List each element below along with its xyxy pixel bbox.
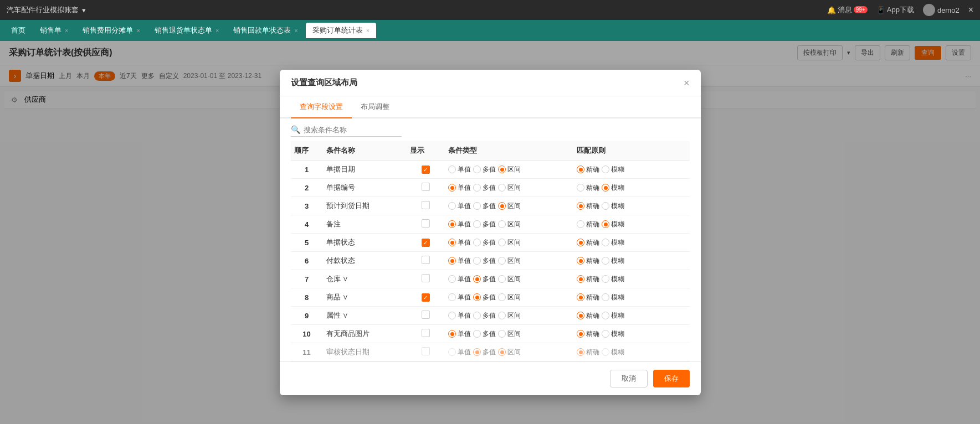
radio-button[interactable] — [448, 275, 456, 283]
radio-option-match_exact[interactable]: 精确 — [577, 348, 599, 357]
window-close-button[interactable]: × — [968, 5, 973, 15]
radio-option-type_single[interactable]: 单值 — [448, 275, 471, 284]
checkbox[interactable] — [422, 239, 430, 247]
row-display-checkbox[interactable] — [407, 234, 445, 252]
radio-button[interactable] — [577, 166, 584, 173]
row-display-checkbox[interactable] — [407, 343, 445, 361]
radio-option-match_exact[interactable]: 精确 — [577, 256, 599, 266]
radio-option-match_fuzzy[interactable]: 模糊 — [602, 348, 624, 357]
tab-purchase-stats-close[interactable]: × — [366, 27, 370, 34]
radio-option-type_multi[interactable]: 多值 — [473, 329, 496, 339]
radio-button[interactable] — [473, 348, 481, 356]
radio-option-match_exact[interactable]: 精确 — [577, 329, 599, 339]
tab-sales-payment[interactable]: 销售回款单状态表 × — [227, 23, 304, 38]
radio-option-type_single[interactable]: 单值 — [448, 201, 471, 211]
radio-option-match_fuzzy[interactable]: 模糊 — [602, 293, 624, 302]
radio-button[interactable] — [498, 220, 506, 228]
radio-button[interactable] — [577, 312, 584, 319]
radio-button[interactable] — [577, 257, 584, 265]
radio-option-type_range[interactable]: 区间 — [498, 329, 521, 339]
radio-option-type_range[interactable]: 区间 — [498, 293, 521, 302]
radio-option-type_range[interactable]: 区间 — [498, 183, 521, 193]
radio-option-type_multi[interactable]: 多值 — [473, 293, 496, 302]
radio-option-match_exact[interactable]: 精确 — [577, 275, 599, 284]
radio-button[interactable] — [577, 184, 584, 192]
radio-option-type_single[interactable]: 单值 — [448, 238, 471, 247]
row-display-checkbox[interactable] — [407, 288, 445, 307]
row-display-checkbox[interactable] — [407, 161, 445, 179]
radio-button[interactable] — [473, 275, 481, 283]
checkbox[interactable] — [422, 183, 430, 191]
radio-button[interactable] — [448, 348, 456, 356]
radio-button[interactable] — [498, 257, 506, 265]
radio-option-type_range[interactable]: 区间 — [498, 165, 521, 174]
row-display-checkbox[interactable] — [407, 215, 445, 234]
radio-option-type_range[interactable]: 区间 — [498, 220, 521, 229]
radio-button[interactable] — [498, 330, 506, 338]
radio-button[interactable] — [498, 202, 506, 210]
radio-option-type_range[interactable]: 区间 — [498, 311, 521, 320]
radio-button[interactable] — [473, 202, 481, 210]
checkbox[interactable] — [422, 347, 430, 355]
radio-option-type_multi[interactable]: 多值 — [473, 220, 496, 229]
radio-button[interactable] — [448, 239, 456, 246]
radio-button[interactable] — [577, 220, 584, 228]
radio-button[interactable] — [448, 166, 456, 173]
radio-button[interactable] — [602, 239, 609, 246]
radio-option-match_fuzzy[interactable]: 模糊 — [602, 256, 624, 266]
tab-purchase-stats[interactable]: 采购订单统计表 × — [306, 23, 376, 38]
row-display-checkbox[interactable] — [407, 179, 445, 197]
radio-option-match_fuzzy[interactable]: 模糊 — [602, 220, 624, 229]
radio-button[interactable] — [498, 312, 506, 319]
checkbox[interactable] — [422, 166, 430, 174]
radio-option-match_fuzzy[interactable]: 模糊 — [602, 238, 624, 247]
radio-button[interactable] — [498, 239, 506, 246]
radio-option-match_exact[interactable]: 精确 — [577, 220, 599, 229]
radio-option-match_fuzzy[interactable]: 模糊 — [602, 165, 624, 174]
radio-option-match_fuzzy[interactable]: 模糊 — [602, 329, 624, 339]
search-input[interactable] — [304, 126, 392, 134]
radio-button[interactable] — [448, 293, 456, 301]
radio-button[interactable] — [602, 312, 609, 319]
radio-button[interactable] — [602, 202, 609, 210]
checkbox[interactable] — [422, 329, 430, 337]
radio-option-match_fuzzy[interactable]: 模糊 — [602, 275, 624, 284]
radio-option-type_multi[interactable]: 多值 — [473, 183, 496, 193]
radio-button[interactable] — [448, 202, 456, 210]
tab-query-fields[interactable]: 查询字段设置 — [291, 96, 352, 118]
radio-button[interactable] — [448, 330, 456, 338]
radio-option-type_multi[interactable]: 多值 — [473, 238, 496, 247]
cancel-button[interactable]: 取消 — [610, 370, 648, 387]
radio-button[interactable] — [473, 330, 481, 338]
radio-button[interactable] — [473, 220, 481, 228]
tab-sales-order-close[interactable]: × — [65, 27, 68, 34]
radio-button[interactable] — [577, 330, 584, 338]
radio-button[interactable] — [498, 348, 506, 356]
row-display-checkbox[interactable] — [407, 325, 445, 343]
tab-home[interactable]: 首页 — [4, 23, 32, 38]
tab-layout-adjust[interactable]: 布局调整 — [352, 96, 398, 118]
radio-button[interactable] — [602, 293, 609, 301]
radio-option-type_range[interactable]: 区间 — [498, 238, 521, 247]
tab-sales-expense-close[interactable]: × — [136, 27, 140, 34]
checkbox[interactable] — [422, 219, 430, 227]
radio-option-type_single[interactable]: 单值 — [448, 311, 471, 320]
radio-button[interactable] — [577, 202, 584, 210]
tab-sales-return[interactable]: 销售退货单状态单 × — [148, 23, 225, 38]
radio-option-type_single[interactable]: 单值 — [448, 165, 471, 174]
save-button[interactable]: 保存 — [653, 370, 690, 387]
checkbox[interactable] — [422, 311, 430, 319]
radio-button[interactable] — [473, 166, 481, 173]
radio-button[interactable] — [473, 312, 481, 319]
radio-option-match_exact[interactable]: 精确 — [577, 165, 599, 174]
radio-button[interactable] — [602, 257, 609, 265]
radio-option-type_single[interactable]: 单值 — [448, 348, 471, 357]
row-display-checkbox[interactable] — [407, 270, 445, 288]
radio-option-type_single[interactable]: 单值 — [448, 256, 471, 266]
radio-option-match_fuzzy[interactable]: 模糊 — [602, 201, 624, 211]
checkbox[interactable] — [422, 201, 430, 209]
radio-option-match_exact[interactable]: 精确 — [577, 183, 599, 193]
checkbox[interactable] — [422, 293, 430, 302]
radio-option-match_exact[interactable]: 精确 — [577, 311, 599, 320]
tab-sales-payment-close[interactable]: × — [294, 27, 297, 34]
